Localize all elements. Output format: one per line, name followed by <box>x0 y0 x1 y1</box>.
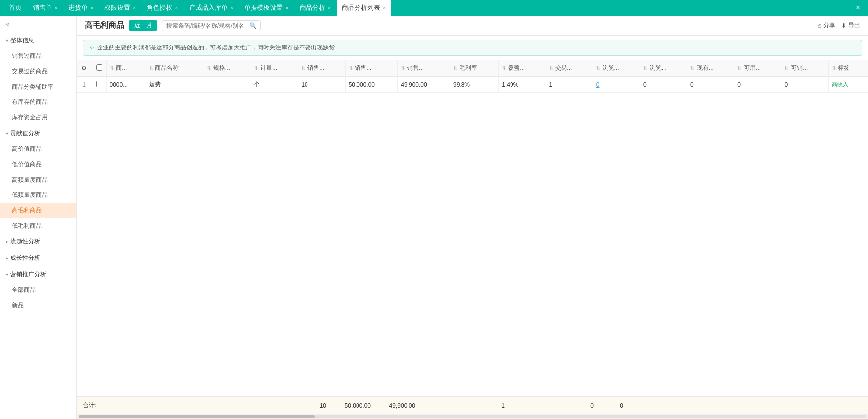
col-header-check[interactable] <box>92 60 106 77</box>
nav-item-analysis[interactable]: 商品分析× <box>295 0 336 16</box>
export-button[interactable]: ⬇ 导出 <box>841 21 860 30</box>
nav-item-template[interactable]: 单据模板设置× <box>239 0 293 16</box>
cell-value: 运费 <box>146 77 204 93</box>
sort-icon-browse2[interactable]: ⇅ <box>643 65 649 71</box>
col-label-unit: 计量... <box>260 64 277 71</box>
col-header-name: ⇅ 商品名称 <box>146 60 204 77</box>
sidebar-item-high-freq[interactable]: 高频量度商品 <box>0 172 76 187</box>
sidebar-item-stocked-goods[interactable]: 有库存的商品 <box>0 94 76 110</box>
sort-icon-sales_qty[interactable]: ⇅ <box>301 65 306 71</box>
col-label-sales_qty: 销售... <box>307 64 324 71</box>
header-actions: ⎋ 分享 ⬇ 导出 <box>818 21 860 30</box>
cell-value: 99.8% <box>450 77 499 93</box>
nav-close-analysis-list[interactable]: × <box>383 5 386 11</box>
nav-close-permissions[interactable]: × <box>133 5 136 11</box>
table-row: 10000...运费个1050,000.0049,900.0099.8%1.49… <box>77 77 868 93</box>
info-text: 企业的主要的利润都是这部分商品创造的，可考虑加大推广，同时关注库存是不要出现缺货 <box>97 44 335 52</box>
nav-close-purchase[interactable]: × <box>90 5 93 11</box>
nav-close-roles[interactable]: × <box>175 5 178 11</box>
content-header: 高毛利商品 近一月 🔍 ⎋ 分享 ⬇ 导出 <box>77 16 868 36</box>
nav-item-home[interactable]: 首页 <box>4 0 27 16</box>
horizontal-scrollbar[interactable] <box>77 414 868 419</box>
sort-icon-coverage[interactable]: ⇅ <box>502 65 507 71</box>
sidebar-group-label: 贡献值分析 <box>10 129 40 138</box>
sidebar-group-overall[interactable]: ▾整体信息 <box>0 32 76 48</box>
col-label-code: 商... <box>116 64 127 71</box>
sidebar-item-new-goods[interactable]: 新品 <box>0 298 76 313</box>
chevron-icon: ▾ <box>6 38 8 43</box>
row-checkbox[interactable] <box>96 81 102 87</box>
sidebar-item-sales-goods[interactable]: 销售过商品 <box>0 48 76 64</box>
col-header-stock_avail: ⇅ 可用... <box>734 60 781 77</box>
data-table: ⚙⇅ 商...⇅ 商品名称⇅ 规格...⇅ 计量...⇅ 销售...⇅ 销售..… <box>77 60 868 93</box>
col-header-settings[interactable]: ⚙ <box>77 60 92 77</box>
settings-icon[interactable]: ⚙ <box>81 65 87 72</box>
footer-cell-value: 49,900.00 <box>374 402 418 409</box>
sidebar-item-all-goods[interactable]: 全部商品 <box>0 282 76 298</box>
nav-item-products[interactable]: 产成品入库单× <box>184 0 238 16</box>
browse-link[interactable]: 0 <box>596 81 600 88</box>
info-bar: ✧ 企业的主要的利润都是这部分商品创造的，可考虑加大推广，同时关注库存是不要出现… <box>83 40 862 56</box>
col-header-stock_sell: ⇅ 可销... <box>781 60 828 77</box>
col-label-margin_rate: 毛利率 <box>460 64 477 71</box>
col-header-stock_cur: ⇅ 现有... <box>687 60 734 77</box>
footer-cell-value: 10 <box>300 402 329 409</box>
sidebar-group-marketing[interactable]: ▾营销推广分析 <box>0 266 76 282</box>
sort-icon-margin_rate[interactable]: ⇅ <box>453 65 459 71</box>
sidebar-group-contribution[interactable]: ▾贡献值分析 <box>0 125 76 141</box>
tag-badge: 高收入 <box>832 81 848 87</box>
time-filter-button[interactable]: 近一月 <box>129 20 157 31</box>
data-table-wrapper: ⚙⇅ 商...⇅ 商品名称⇅ 规格...⇅ 计量...⇅ 销售...⇅ 销售..… <box>77 60 868 396</box>
app-close-button[interactable]: × <box>852 3 864 12</box>
nav-item-purchase[interactable]: 进货单× <box>63 0 98 16</box>
sidebar-item-high-margin[interactable]: 高毛利商品 <box>0 203 76 218</box>
sidebar-group-growth[interactable]: ▸成长性分析 <box>0 250 76 266</box>
cell-value: 0 <box>781 77 828 93</box>
search-icon[interactable]: 🔍 <box>249 22 256 29</box>
nav-close-products[interactable]: × <box>230 5 233 11</box>
col-label-tag: 标签 <box>838 64 850 71</box>
sort-icon-spec[interactable]: ⇅ <box>207 65 212 71</box>
cell-value: 个 <box>251 77 298 93</box>
nav-item-roles[interactable]: 角色授权× <box>142 0 183 16</box>
sidebar-item-assist-rate[interactable]: 商品分类辅助率 <box>0 79 76 94</box>
col-label-coverage: 覆盖... <box>508 64 525 71</box>
nav-item-sales[interactable]: 销售单× <box>28 0 62 16</box>
sidebar-item-fund-occupy[interactable]: 库存资金占用 <box>0 110 76 125</box>
sort-icon-name[interactable]: ⇅ <box>149 65 154 71</box>
cell-value: 0 <box>640 77 687 93</box>
sort-icon-sales_profit[interactable]: ⇅ <box>401 65 406 71</box>
sort-icon-unit[interactable]: ⇅ <box>254 65 259 71</box>
sidebar-item-high-value[interactable]: 高价值商品 <box>0 141 76 157</box>
sidebar-item-low-value[interactable]: 低价值商品 <box>0 157 76 172</box>
nav-close-sales[interactable]: × <box>54 5 57 11</box>
nav-close-template[interactable]: × <box>285 5 288 11</box>
search-input[interactable] <box>166 22 249 29</box>
sort-icon-sales_amount[interactable]: ⇅ <box>349 65 354 71</box>
nav-close-analysis[interactable]: × <box>328 5 331 11</box>
share-button[interactable]: ⎋ 分享 <box>818 21 835 30</box>
nav-item-permissions[interactable]: 权限设置× <box>100 0 141 16</box>
sort-icon-tag[interactable]: ⇅ <box>832 65 837 71</box>
sort-icon-code[interactable]: ⇅ <box>110 65 115 71</box>
footer-cell-value: 50,000.00 <box>329 402 374 409</box>
chevron-icon: ▾ <box>6 131 8 136</box>
col-header-coverage: ⇅ 覆盖... <box>499 60 546 77</box>
sort-icon-transaction[interactable]: ⇅ <box>549 65 555 71</box>
select-all-checkbox[interactable] <box>96 64 102 71</box>
content-area: 高毛利商品 近一月 🔍 ⎋ 分享 ⬇ 导出 <box>77 16 868 419</box>
sidebar-item-low-margin[interactable]: 低毛利商品 <box>0 218 76 233</box>
sort-icon-stock_cur[interactable]: ⇅ <box>690 65 696 71</box>
cell-value: 1.49% <box>499 77 546 93</box>
sidebar-item-traded-goods[interactable]: 交易过的商品 <box>0 64 76 79</box>
sort-icon-browse1[interactable]: ⇅ <box>596 65 602 71</box>
nav-item-analysis-list[interactable]: 商品分析列表× <box>337 0 391 16</box>
col-header-transaction: ⇅ 交易... <box>546 60 593 77</box>
sidebar-item-low-freq[interactable]: 低频量度商品 <box>0 187 76 203</box>
sort-icon-stock_avail[interactable]: ⇅ <box>737 65 743 71</box>
sidebar: « ▾整体信息销售过商品交易过的商品商品分类辅助率有库存的商品库存资金占用▾贡献… <box>0 16 77 419</box>
cell-value: 0 <box>687 77 734 93</box>
sidebar-collapse-btn[interactable]: « <box>4 19 12 29</box>
sort-icon-stock_sell[interactable]: ⇅ <box>784 65 790 71</box>
sidebar-group-trend[interactable]: ▸流趋性分析 <box>0 233 76 250</box>
